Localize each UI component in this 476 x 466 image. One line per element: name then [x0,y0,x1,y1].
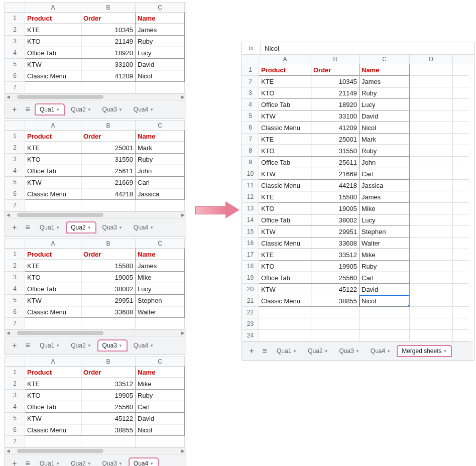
header-name[interactable]: Name [136,131,185,142]
cell-name[interactable]: Ruby [360,261,410,272]
col-header-c[interactable]: C [136,3,185,12]
cell[interactable] [410,249,453,261]
row-header[interactable]: 20 [242,284,259,295]
cell-order[interactable]: 44218 [311,180,360,191]
cell-product[interactable]: Classic Menu [259,180,311,191]
cell-product[interactable]: KTE [25,378,81,390]
row-header[interactable]: 7 [5,318,25,329]
row-header[interactable]: 3 [5,272,25,283]
tab-qua3[interactable]: Qua3▼ [335,345,364,357]
cell[interactable] [453,157,469,168]
cell-name[interactable]: Nicol [360,122,410,134]
header-product[interactable]: Product [25,249,81,260]
cell-product[interactable]: KTW [259,284,311,295]
cell-name[interactable]: Carl [360,272,410,284]
cell-product[interactable]: Classic Menu [259,238,311,249]
row-header[interactable]: 15 [242,226,259,238]
cell[interactable] [453,318,469,330]
cell[interactable] [136,200,185,211]
row-header[interactable]: 1 [5,249,25,260]
cell[interactable] [25,318,81,329]
row-header[interactable]: 8 [242,145,259,157]
cell-product[interactable]: KTW [25,413,81,424]
cell-name[interactable]: Jassica [136,188,185,200]
cell[interactable] [453,307,469,318]
cell-order[interactable]: 31550 [81,154,136,165]
cell-name[interactable]: David [360,110,410,122]
cell-product[interactable]: Classic Menu [259,122,311,134]
cell-product[interactable]: KTW [25,295,81,306]
col-header-c[interactable]: C [136,357,185,366]
scroll-left-icon[interactable]: ◀ [5,94,11,99]
cell-name[interactable]: James [136,260,185,272]
row-header[interactable]: 4 [5,401,25,413]
scroll-left-icon[interactable]: ◀ [5,212,11,217]
cell[interactable] [410,295,453,307]
cell[interactable] [453,284,469,295]
tab-qua2[interactable]: Qua2▼ [66,104,95,115]
cell[interactable] [410,87,453,99]
cell-name[interactable]: John [360,157,410,168]
cell[interactable] [410,238,453,249]
select-all-corner[interactable] [5,357,25,366]
cell-name[interactable]: Nicol [360,295,410,307]
cell-order[interactable]: 19005 [311,203,360,214]
cell-product[interactable]: Office Tab [25,47,81,59]
cell-order[interactable]: 38855 [311,295,360,307]
col-header-c[interactable]: C [360,55,410,64]
cell-order[interactable]: 19005 [81,272,136,283]
header-order[interactable]: Order [81,249,136,260]
col-header-b[interactable]: B [81,3,136,12]
header-order[interactable]: Order [81,13,136,24]
scroll-right-icon[interactable]: ▶ [180,212,186,217]
col-header-b[interactable]: B [81,121,136,130]
cell-name[interactable]: Lucy [136,47,185,59]
cell-order[interactable]: 33608 [81,306,136,318]
cell-order[interactable]: 25001 [311,134,360,145]
cell-order[interactable]: 18920 [311,99,360,110]
cell-product[interactable]: KTO [259,145,311,157]
cell-product[interactable]: Office Tab [25,401,81,413]
tab-qua4[interactable]: Qua4▼ [129,104,158,115]
cell-product[interactable]: Office Tab [25,283,81,295]
cell[interactable] [453,203,469,214]
tab-qua3[interactable]: Qua3▼ [98,458,127,466]
header-product[interactable]: Product [25,131,81,142]
cell[interactable] [410,203,453,214]
col-header-b[interactable]: B [81,239,136,248]
tab-qua1[interactable]: Qua1▼ [35,104,64,115]
cell[interactable] [410,284,453,295]
cell[interactable] [311,318,360,330]
cell[interactable] [453,99,469,110]
cell-name[interactable]: Mike [360,249,410,261]
cell[interactable] [453,145,469,157]
tab-qua1[interactable]: Qua1▼ [35,458,64,466]
cell[interactable] [410,261,453,272]
cell[interactable] [453,249,469,261]
cell[interactable] [453,168,469,180]
row-header[interactable]: 1 [5,13,25,24]
cell-name[interactable]: Ruby [136,36,185,47]
cell-order[interactable]: 25560 [81,401,136,413]
cell-order[interactable]: 29951 [81,295,136,306]
cell-product[interactable]: Office Tab [259,214,311,226]
cell-name[interactable]: Stephen [136,295,185,306]
cell-name[interactable]: Lucy [136,283,185,295]
cell-name[interactable]: Walter [136,306,185,318]
cell-order[interactable]: 33512 [311,249,360,261]
cell-product[interactable]: KTE [259,134,311,145]
cell-name[interactable]: David [136,59,185,70]
row-header[interactable]: 12 [242,191,259,203]
col-header-d[interactable]: D [410,55,453,64]
tab-merged-sheets[interactable]: Merged sheets▼ [397,345,451,357]
cell[interactable] [410,180,453,191]
cell-order[interactable]: 41209 [81,70,136,82]
header-name[interactable]: Name [136,13,185,24]
formula-bar-value[interactable]: Nicol [261,45,283,52]
cell[interactable] [25,436,81,447]
cell-product[interactable]: KTE [25,24,81,36]
scroll-right-icon[interactable]: ▶ [180,448,186,453]
cell-order[interactable]: 25560 [311,272,360,284]
row-header[interactable]: 2 [5,260,25,272]
col-header-c[interactable]: C [136,121,185,130]
